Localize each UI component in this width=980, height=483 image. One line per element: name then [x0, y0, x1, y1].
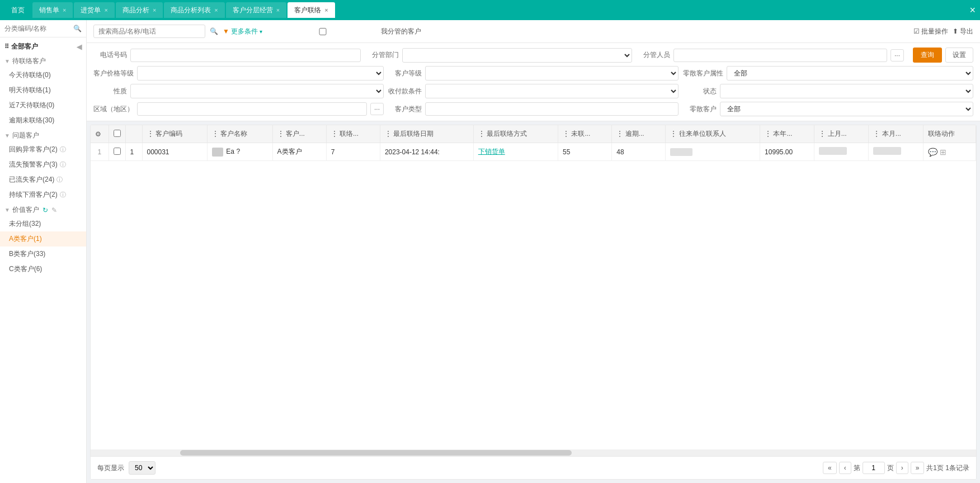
- unit-contact-column[interactable]: ⋮ 往来单位联系人: [666, 125, 760, 143]
- sidebar-item-week-pending[interactable]: 近7天待联络(0): [0, 98, 86, 113]
- sidebar-item-declining[interactable]: 持续下滑客户(2) ⓘ: [0, 187, 86, 202]
- pending-group-text: 待联络客户: [12, 56, 46, 66]
- more-filters-btn[interactable]: ▼ 更多条件 ▾: [223, 27, 262, 36]
- overdue-column[interactable]: ⋮ 逾期...: [612, 125, 666, 143]
- row-index: 1: [91, 143, 109, 161]
- filter-price-level-select[interactable]: [137, 66, 384, 80]
- all-customers-label: 全部客户: [11, 42, 38, 51]
- sidebar-search-icon[interactable]: 🔍: [73, 25, 82, 32]
- prev-page-btn[interactable]: ‹: [839, 462, 851, 474]
- all-customers-header[interactable]: ⠿ 全部客户 ◀: [0, 37, 86, 54]
- sidebar-item-repurchase-abnormal[interactable]: 回购异常客户(2) ⓘ: [0, 142, 86, 157]
- row-name: Ea ?: [208, 143, 273, 161]
- sidebar-item-churned[interactable]: 已流失客户(24) ⓘ: [0, 172, 86, 187]
- my-customers-filter[interactable]: 我分管的客户: [267, 27, 421, 36]
- chat-action-icon[interactable]: 💬: [928, 148, 937, 157]
- page-number-input[interactable]: [863, 462, 885, 474]
- sidebar-collapse-btn[interactable]: ◀: [77, 43, 82, 51]
- checkbox-icon: ☑: [913, 27, 920, 35]
- sales-tab-close[interactable]: ×: [63, 7, 66, 13]
- filter-dept-select[interactable]: [402, 48, 633, 63]
- churned-label: 已流失客户(24): [9, 175, 54, 184]
- nav-tab-customer-segment[interactable]: 客户分层经营 ×: [226, 2, 286, 18]
- sidebar-search-input[interactable]: [4, 25, 71, 32]
- sidebar-item-today-pending[interactable]: 今天待联络(0): [0, 68, 86, 83]
- last-contact-method-link[interactable]: 下销货单: [478, 148, 505, 155]
- pagination: « ‹ 第 页 › » 共1页 1条记录: [823, 462, 969, 474]
- nav-tab-sales[interactable]: 销售单 ×: [32, 2, 73, 18]
- filter-phone-input[interactable]: [130, 49, 361, 62]
- refresh-icon[interactable]: ↻: [43, 206, 48, 214]
- analysis-list-tab-close[interactable]: ×: [214, 7, 218, 13]
- edit-icon[interactable]: ✎: [51, 206, 57, 214]
- code-column[interactable]: ⋮ 客户编码: [142, 125, 208, 143]
- info-icon-1: ⓘ: [60, 160, 66, 169]
- select-all-checkbox[interactable]: [114, 130, 121, 137]
- close-all-tabs[interactable]: ×: [969, 4, 976, 16]
- name-column[interactable]: ⋮ 客户名称: [208, 125, 273, 143]
- filter-status-select[interactable]: [720, 84, 973, 98]
- per-page-select[interactable]: 50: [129, 461, 156, 475]
- nav-tab-analysis[interactable]: 商品分析 ×: [116, 2, 163, 18]
- gear-column[interactable]: ⚙: [91, 125, 109, 143]
- last-contact-method-column[interactable]: ⋮ 最后联络方式: [473, 125, 558, 143]
- not-contacted-column[interactable]: ⋮ 未联...: [558, 125, 612, 143]
- export-label: 导出: [960, 27, 973, 36]
- sidebar-item-ungrouped[interactable]: 未分组(32): [0, 216, 86, 231]
- filter-status-label: 状态: [683, 87, 717, 96]
- filter-nature-select[interactable]: [130, 84, 384, 98]
- filter-customer-type-input[interactable]: [425, 102, 679, 116]
- first-page-btn[interactable]: «: [823, 462, 837, 474]
- nav-tab-analysis-list[interactable]: 商品分析列表 ×: [164, 2, 224, 18]
- filter-person-input[interactable]: [673, 49, 887, 62]
- this-month-column[interactable]: ⋮ 本月...: [869, 125, 923, 143]
- table-scroll[interactable]: ⚙ ⋮ 客户编码 ⋮ 客户名称 ⋮ 客户... ⋮ 联络... ⋮ 最后联络日期…: [91, 125, 976, 449]
- last-month-column[interactable]: ⋮ 上月...: [814, 125, 869, 143]
- pending-arrow-icon: ▼: [4, 58, 10, 64]
- value-group-text: 价值客户: [12, 205, 39, 215]
- search-input[interactable]: [93, 25, 205, 38]
- sidebar-item-c-class[interactable]: C类客户(6): [0, 262, 86, 277]
- this-year-column[interactable]: ⋮ 本年...: [760, 125, 814, 143]
- analysis-tab-close[interactable]: ×: [153, 7, 156, 13]
- customer-type-column[interactable]: ⋮ 客户...: [272, 125, 326, 143]
- filter-customer-level-select[interactable]: [425, 66, 679, 80]
- settings-btn[interactable]: 设置: [945, 48, 973, 63]
- filter-payment-select[interactable]: [425, 84, 679, 98]
- sidebar-item-a-class[interactable]: A类客户(1): [0, 231, 86, 247]
- action-icons-container: 💬 ⊞: [928, 148, 971, 157]
- filter-retail-customer-select[interactable]: 全部: [720, 102, 973, 116]
- nav-tab-purchase[interactable]: 进货单 ×: [74, 2, 114, 18]
- my-customers-checkbox[interactable]: [267, 28, 379, 35]
- filter-region-input[interactable]: [137, 102, 367, 116]
- last-contact-date-column[interactable]: ⋮ 最后联络日期: [380, 125, 473, 143]
- contact-count-column[interactable]: ⋮ 联络...: [326, 125, 380, 143]
- problem-group-text: 问题客户: [12, 131, 39, 140]
- overdue-pending-label: 逾期未联络(30): [9, 116, 54, 125]
- filter-retail-attr-select[interactable]: 全部: [727, 66, 973, 80]
- grid-action-icon[interactable]: ⊞: [940, 148, 946, 157]
- customer-segment-tab-close[interactable]: ×: [276, 7, 280, 13]
- purchase-tab-close[interactable]: ×: [104, 7, 107, 13]
- filter-person-ellipsis[interactable]: ···: [891, 49, 904, 61]
- search-icon[interactable]: 🔍: [210, 27, 218, 35]
- my-customers-label: 我分管的客户: [381, 27, 421, 36]
- filter-bar: 🔍 ▼ 更多条件 ▾ 我分管的客户 ☑ 批量操作 ⬆ 导出: [87, 20, 980, 43]
- sidebar-item-churn-warning[interactable]: 流失预警客户(3) ⓘ: [0, 157, 86, 172]
- search-btn[interactable]: 查询: [913, 48, 942, 63]
- row-checkbox[interactable]: [114, 148, 121, 155]
- sidebar-item-overdue-pending[interactable]: 逾期未联络(30): [0, 113, 86, 128]
- horizontal-scrollbar[interactable]: [91, 449, 976, 456]
- more-filters-label: 更多条件: [231, 27, 258, 36]
- scrollbar-thumb[interactable]: [180, 450, 572, 456]
- sidebar-item-b-class[interactable]: B类客户(33): [0, 247, 86, 262]
- sidebar-item-tomorrow-pending[interactable]: 明天待联络(1): [0, 83, 86, 98]
- export-btn[interactable]: ⬆ 导出: [953, 27, 973, 36]
- last-page-btn[interactable]: »: [911, 462, 925, 474]
- nav-tab-home[interactable]: 首页: [4, 2, 31, 18]
- next-page-btn[interactable]: ›: [896, 462, 908, 474]
- filter-region-ellipsis[interactable]: ···: [370, 103, 384, 115]
- nav-tab-customer-contact[interactable]: 客户联络 ×: [288, 2, 334, 18]
- batch-op-btn[interactable]: ☑ 批量操作: [913, 27, 948, 36]
- customer-contact-tab-close[interactable]: ×: [324, 7, 328, 13]
